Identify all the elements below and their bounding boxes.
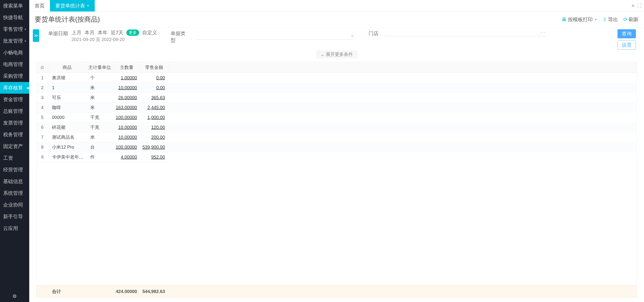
cell-qty[interactable]: 4.00000 — [113, 152, 140, 162]
cell-qty[interactable]: 163.00000 — [113, 103, 140, 113]
tab-report-label: 要货单统计表 — [55, 3, 85, 9]
sidebar-item-label: 批发管理 — [3, 38, 23, 44]
sidebar-item-label: 零售管理 — [3, 26, 23, 33]
chevron-right-icon: ≫ — [34, 33, 38, 38]
header-unit[interactable]: 主计量单位 — [86, 62, 113, 73]
sidebar-item-13[interactable]: 工资 — [0, 152, 29, 164]
header-qty[interactable]: 主数量 — [113, 62, 140, 73]
table-row[interactable]: 8小米12 Pro台100.00000539,900.00 — [37, 142, 636, 152]
filter-type: 单据类型 ▼ — [170, 29, 355, 44]
tab-home[interactable]: 首页 — [29, 0, 50, 12]
sidebar-item-8[interactable]: 资金管理 — [0, 94, 29, 105]
export-icon: ⇩ — [602, 17, 607, 23]
cell-amount[interactable]: 0.00 — [140, 83, 168, 93]
sidebar-item-2[interactable]: 零售管理▾ — [0, 24, 29, 35]
sidebar-item-16[interactable]: 系统管理 — [0, 187, 29, 199]
chevron-down-icon: ▼ — [350, 34, 354, 39]
refresh-button[interactable]: ⟳ 刷新 — [623, 16, 638, 23]
cell-fill — [168, 113, 636, 123]
cell-amount[interactable]: 200.00 — [140, 132, 168, 142]
table-row[interactable]: 500000千克100.000001,000.00 — [37, 113, 636, 123]
expand-filters-label: 展开更多条件 — [326, 51, 353, 58]
caret-down-icon: ▾ — [24, 28, 26, 31]
sidebar-settings[interactable]: ⚙ — [0, 291, 29, 302]
cell-product: 卡伊美中老年女装妈妈... — [48, 152, 86, 162]
cell-qty[interactable]: 10.00000 — [113, 132, 140, 142]
filter-bar: ≫ 单据日期 上月 本月 本年 近7天 更多 自定义 2021-09-20 至 … — [29, 28, 644, 61]
filter-type-select[interactable]: ▼ — [196, 33, 355, 40]
table-row[interactable]: 4咖啡米163.000002,445.00 — [37, 103, 636, 113]
search-button[interactable]: 查询 — [618, 29, 636, 38]
header-fill — [168, 62, 636, 73]
sidebar-item-label: 采购管理 — [3, 73, 23, 80]
cell-amount[interactable]: 2,445.00 — [140, 103, 168, 113]
fullscreen-icon[interactable]: ⛶ — [637, 3, 642, 8]
date-more-badge[interactable]: 更多 — [126, 30, 139, 36]
cell-qty[interactable]: 10.00000 — [113, 83, 140, 93]
table-row[interactable]: 9卡伊美中老年女装妈妈...件4.00000952.00 — [37, 152, 636, 162]
cell-fill — [168, 132, 636, 142]
table-row[interactable]: 7测试商品名米10.00000200.00 — [37, 132, 636, 142]
tab-report[interactable]: 要货单统计表 × — [50, 0, 95, 12]
sidebar-item-14[interactable]: 经营管理 — [0, 164, 29, 176]
table-row[interactable]: 21米10.000000.00 — [37, 83, 636, 93]
date-this-year[interactable]: 本年 — [98, 29, 108, 36]
cell-amount[interactable]: 539,900.00 — [140, 142, 168, 152]
sidebar-item-4[interactable]: 小畅电商 — [0, 47, 29, 59]
date-last7[interactable]: 近7天 — [111, 29, 123, 36]
cell-product: 00000 — [48, 113, 86, 123]
settings-button[interactable]: 设置 — [618, 41, 636, 50]
cell-qty[interactable]: 100.00000 — [113, 142, 140, 152]
sidebar-item-6[interactable]: 采购管理 — [0, 70, 29, 82]
sidebar-item-0[interactable]: 搜索菜单 — [0, 0, 29, 12]
sidebar-item-1[interactable]: 快捷导航 — [0, 12, 29, 24]
cell-amount[interactable]: 952.00 — [140, 152, 168, 162]
cell-amount[interactable]: 365.63 — [140, 93, 168, 103]
sidebar-item-17[interactable]: 企业协同 — [0, 199, 29, 211]
header-amount[interactable]: 零售金额 — [140, 62, 168, 73]
cell-qty[interactable]: 26.00000 — [113, 93, 140, 103]
collapse-filter-button[interactable]: ≫ — [33, 29, 39, 42]
total-qty: 424.00000 — [113, 286, 140, 297]
sidebar-item-7[interactable]: 库存核算 — [0, 82, 29, 94]
close-all-icon[interactable]: ✕ — [631, 3, 635, 9]
sidebar-item-3[interactable]: 批发管理▾ — [0, 35, 29, 47]
cell-fill — [168, 142, 636, 152]
table-row[interactable]: 1奥洪猪个1.000000.00 — [37, 73, 636, 83]
export-label: 导出 — [608, 16, 618, 23]
table-row[interactable]: 6碎花裙千克10.00000120.00 — [37, 123, 636, 132]
expand-filters-button[interactable]: ⌄ 展开更多条件 — [316, 51, 357, 58]
cell-qty[interactable]: 100.00000 — [113, 113, 140, 123]
ellipsis-icon: ··· — [540, 30, 546, 35]
print-button[interactable]: 🖶 按模板打印 ▼ — [562, 16, 597, 23]
cell-qty[interactable]: 1.00000 — [113, 73, 140, 83]
date-custom[interactable]: 自定义 — [142, 29, 157, 36]
date-this-month[interactable]: 本月 — [84, 29, 94, 36]
total-label: 合计 — [48, 286, 86, 297]
table-row[interactable]: 3可乐米26.00000365.63 — [37, 93, 636, 103]
sidebar-item-15[interactable]: 基础信息 — [0, 176, 29, 187]
sidebar-item-5[interactable]: 电商管理 — [0, 59, 29, 70]
cell-amount[interactable]: 0.00 — [140, 73, 168, 83]
totals-row: 合计 424.00000 544,982.63 — [36, 285, 637, 297]
close-icon[interactable]: × — [87, 4, 89, 8]
cell-amount[interactable]: 1,000.00 — [140, 113, 168, 123]
sidebar-item-12[interactable]: 固定资产 — [0, 141, 29, 152]
sidebar: 搜索菜单快捷导航零售管理▾批发管理▾小畅电商电商管理采购管理库存核算资金管理总账… — [0, 0, 29, 302]
export-button[interactable]: ⇩ 导出 — [602, 16, 618, 23]
sidebar-item-19[interactable]: 云应用 — [0, 222, 29, 234]
header-gear[interactable]: ⚙ — [37, 62, 48, 73]
sidebar-item-10[interactable]: 发票管理 — [0, 117, 29, 129]
cell-qty[interactable]: 10.00000 — [113, 123, 140, 132]
sidebar-item-18[interactable]: 新手引导 — [0, 211, 29, 222]
filter-store-select[interactable]: ··· — [384, 30, 546, 36]
sidebar-item-label: 工资 — [3, 155, 13, 161]
sidebar-item-11[interactable]: 税务管理 — [0, 129, 29, 141]
gear-icon: ⚙ — [12, 293, 17, 299]
cell-fill — [168, 103, 636, 113]
cell-fill — [168, 123, 636, 132]
header-product[interactable]: 商品 — [48, 62, 86, 73]
sidebar-item-9[interactable]: 总账管理 — [0, 105, 29, 117]
date-last-month[interactable]: 上月 — [72, 29, 82, 36]
cell-amount[interactable]: 120.00 — [140, 123, 168, 132]
